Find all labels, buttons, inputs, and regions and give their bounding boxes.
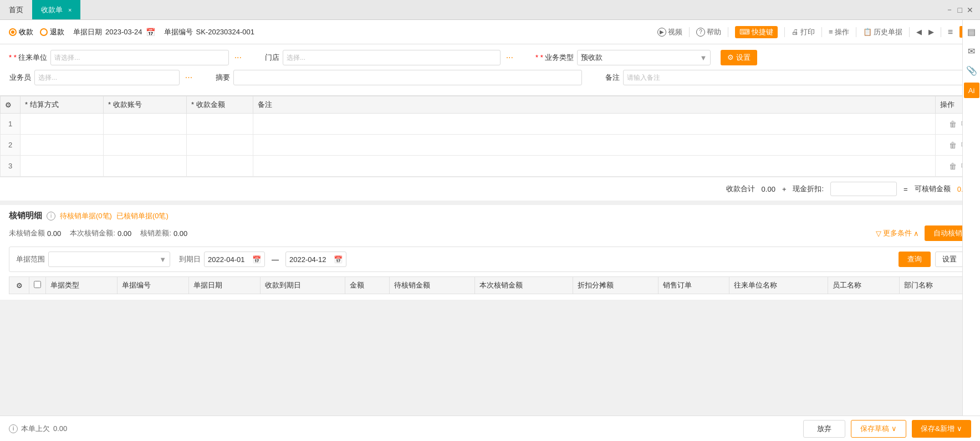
divider3 <box>784 27 785 37</box>
pending-tab[interactable]: 待核销单据(0笔) <box>60 211 112 221</box>
operation-button[interactable]: ≡ 操作 <box>829 27 849 37</box>
settings-button[interactable]: ⚙ 设置 <box>721 50 757 65</box>
history-icon: 📋 <box>863 28 872 36</box>
sub-table: ⚙ 单据类型 单据编号 单据日 <box>9 276 971 294</box>
discount-input[interactable] <box>830 182 897 196</box>
abandon-button[interactable]: 放弃 <box>803 420 845 438</box>
counterpart-more-icon[interactable]: ··· <box>234 53 242 62</box>
account-cell-2[interactable] <box>104 135 187 156</box>
refund-radio-label: 退款 <box>50 27 64 37</box>
account-cell-3[interactable] <box>104 156 187 177</box>
remark-cell-3[interactable] <box>253 156 936 177</box>
calendar-icon[interactable]: 📅 <box>146 28 155 37</box>
sub-settings-header[interactable]: ⚙ <box>9 277 29 294</box>
select-all-checkbox[interactable] <box>34 281 41 288</box>
table-row: 1 🗑 ⧉ <box>1 114 980 135</box>
next-icon[interactable]: ▶ <box>928 28 934 36</box>
completed-tab[interactable]: 已核销单据(0笔) <box>116 211 169 221</box>
counterpart-input[interactable]: 请选择... <box>50 50 228 65</box>
clip-sidebar-icon[interactable]: 📎 <box>964 63 979 78</box>
sub-checkbox-header[interactable] <box>29 277 46 294</box>
date-field: 到期日 2022-04-01 📅 — 2022-04-12 📅 <box>179 252 346 267</box>
help-button[interactable]: ? 帮助 <box>696 27 721 37</box>
delete-icon-1[interactable]: 🗑 <box>949 120 957 129</box>
amount-cell-3[interactable] <box>187 156 253 177</box>
store-input[interactable]: 选择... <box>283 50 501 65</box>
tab-receipt[interactable]: 收款单 × <box>32 0 80 19</box>
range-field: 单据范围 ▼ <box>16 252 170 267</box>
bottom-bar: i 本单上欠 0.00 放弃 保存草稿 ∨ 保存&新增 ∨ <box>0 416 980 441</box>
save-draft-button[interactable]: 保存草稿 ∨ <box>851 420 906 438</box>
settlement-cell-3[interactable] <box>21 156 104 177</box>
business-type-select[interactable]: 预收款 ▼ <box>577 50 711 65</box>
verification-title: 核销明细 <box>9 211 42 221</box>
more-conditions-label: 更多条件 <box>883 228 912 238</box>
row-num-1: 1 <box>1 114 21 135</box>
salesperson-more-icon[interactable]: ··· <box>185 73 192 82</box>
receipt-radio-dot <box>9 28 17 36</box>
settlement-header: * 结算方式 <box>21 96 104 114</box>
range-select[interactable]: ▼ <box>48 252 170 267</box>
video-button[interactable]: ▶ 视频 <box>657 27 682 37</box>
order-value: 0.00 <box>53 424 67 433</box>
mail-sidebar-icon[interactable]: ✉ <box>966 44 977 59</box>
account-header: * 收款账号 <box>104 96 187 114</box>
summary-input[interactable] <box>233 70 581 85</box>
tab-home-label: 首页 <box>9 5 23 15</box>
ai-sidebar-icon[interactable]: Ai <box>964 83 979 98</box>
settlement-cell-2[interactable] <box>21 135 104 156</box>
toolbar: 收款 退款 单据日期 2023-03-24 📅 单据编号 SK-20230324… <box>0 20 980 44</box>
more-conditions-button[interactable]: ▽ 更多条件 ∧ <box>876 228 919 238</box>
query-button[interactable]: 查询 <box>899 252 931 267</box>
prev-icon[interactable]: ◀ <box>916 28 922 36</box>
account-cell-1[interactable] <box>104 114 187 135</box>
sub-type-header: 单据类型 <box>46 277 118 294</box>
close-button[interactable]: ✕ <box>967 6 973 14</box>
info-icon[interactable]: i <box>47 212 55 221</box>
tab-bar: 首页 收款单 × － □ ✕ <box>0 0 980 20</box>
refund-radio[interactable]: 退款 <box>40 27 64 37</box>
form-row-2: 业务员 选择... ··· 摘要 备注 请输入备注 <box>9 70 971 85</box>
minimize-button[interactable]: － <box>946 5 953 15</box>
delete-icon-3[interactable]: 🗑 <box>949 162 957 171</box>
table-settings-header[interactable]: ⚙ <box>1 96 21 114</box>
date-from-input[interactable]: 2022-04-01 📅 <box>204 252 265 267</box>
history-button[interactable]: 📋 历史单据 <box>863 27 902 37</box>
number-value: SK-20230324-001 <box>196 28 255 36</box>
date-label: 到期日 <box>179 254 201 264</box>
settings-small-button[interactable]: 设置 <box>935 252 964 267</box>
tab-close-icon[interactable]: × <box>68 7 72 13</box>
plus-sign: + <box>782 185 787 193</box>
remark-cell-2[interactable] <box>253 135 936 156</box>
store-more-icon[interactable]: ··· <box>506 53 513 62</box>
current-label: 本次核销金额: <box>70 228 115 238</box>
amount-cell-2[interactable] <box>187 135 253 156</box>
salesperson-placeholder: 选择... <box>38 73 57 83</box>
settlement-cell-1[interactable] <box>21 114 104 135</box>
salesperson-input[interactable]: 选择... <box>34 70 180 85</box>
table-sidebar-icon[interactable]: ▤ <box>965 24 978 39</box>
sub-pending-header: 待核销金额 <box>390 277 474 294</box>
maximize-button[interactable]: □ <box>958 6 962 14</box>
date-to-input[interactable]: 2022-04-12 📅 <box>285 252 346 267</box>
filter-icon: ▽ <box>876 229 881 238</box>
remark-input[interactable]: 请输入备注 <box>623 70 971 85</box>
form-section: * 往来单位 请选择... ··· 门店 选择... ··· * 业务类型 <box>0 44 980 96</box>
tab-home[interactable]: 首页 <box>0 0 32 19</box>
order-info-icon[interactable]: i <box>9 424 18 433</box>
delete-icon-2[interactable]: 🗑 <box>949 141 957 150</box>
verification-section: 核销明细 i 待核销单据(0笔) 已核销单据(0笔) 未核销金额 0.00 本次… <box>0 205 980 300</box>
print-button[interactable]: 🖨 打印 <box>792 27 815 37</box>
save-new-button[interactable]: 保存&新增 ∨ <box>912 420 971 438</box>
amount-cell-1[interactable] <box>187 114 253 135</box>
remark-cell-1[interactable] <box>253 114 936 135</box>
date-label: 单据日期 <box>73 27 102 37</box>
equals-sign: = <box>904 185 908 193</box>
receipt-radio[interactable]: 收款 <box>9 27 33 37</box>
bottom-right: 放弃 保存草稿 ∨ 保存&新增 ∨ <box>803 420 971 438</box>
section-title: 核销明细 i 待核销单据(0笔) 已核销单据(0笔) <box>9 211 971 221</box>
shortcut-button[interactable]: ⌨ 快捷键 <box>735 26 778 38</box>
grid-icon[interactable]: ≡ <box>948 27 953 37</box>
total-value: 0.00 <box>762 185 775 193</box>
range-arrow: ▼ <box>159 255 166 264</box>
